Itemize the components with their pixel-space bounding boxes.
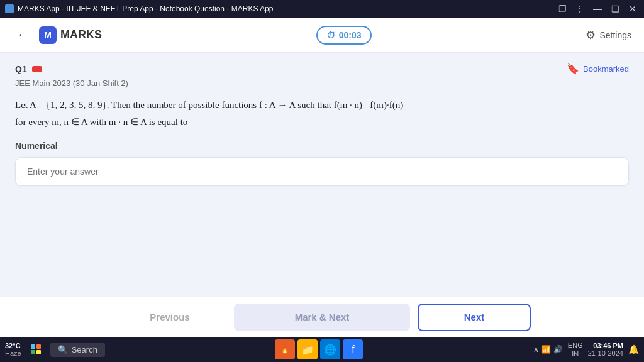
windows-icon [31, 344, 41, 354]
logo-icon: M [39, 26, 57, 44]
bookmark-icon: 🔖 [567, 63, 579, 75]
settings-label: Settings [599, 30, 631, 40]
resize-button[interactable]: ❑ [609, 3, 621, 15]
answer-type-label: Numerical [15, 141, 629, 151]
windows-square-2 [36, 344, 41, 349]
title-bar-left: MARKS App - IIT JEE & NEET Prep App - No… [5, 4, 273, 13]
taskbar-files-app[interactable]: 📁 [297, 339, 318, 359]
settings-button[interactable]: ⚙ Settings [586, 28, 631, 42]
minimize-button[interactable]: — [591, 3, 604, 15]
time-display: 03:46 PM [588, 342, 623, 349]
taskbar-browser-app[interactable]: 🌐 [320, 339, 340, 359]
question-number-row: Q1 [15, 64, 42, 74]
mark-next-button[interactable]: Mark & Next [234, 304, 410, 331]
wifi-icon: 📶 [541, 345, 551, 354]
question-text: Let A = {1, 2, 3, 5, 8, 9}. Then the num… [15, 97, 629, 131]
bookmark-label: Bookmarked [583, 64, 629, 74]
lang-region: IN [568, 349, 583, 358]
timer-display: 00:03 [339, 30, 362, 40]
header-left: ← M MARKS [13, 25, 102, 45]
question-area: Q1 🔖 Bookmarked JEE Main 2023 (30 Jan Sh… [15, 63, 629, 186]
taskbar-left: 32°C Haze 🔍 Search [5, 340, 105, 359]
taskbar-file2-app[interactable]: f [343, 339, 363, 359]
bookmark-button[interactable]: 🔖 Bookmarked [567, 63, 629, 75]
app-icon [5, 4, 14, 13]
volume-icon: 🔊 [553, 345, 563, 354]
title-bar-controls: ❐ ⋮ — ❑ ✕ [556, 3, 639, 15]
search-bar-label: Search [72, 345, 97, 354]
notification-icon[interactable]: 🔔 [628, 344, 639, 354]
main-content: Q1 🔖 Bookmarked JEE Main 2023 (30 Jan Sh… [0, 53, 644, 309]
weather-temp: 32°C [5, 342, 21, 349]
answer-input[interactable] [15, 157, 629, 186]
bottom-navigation: Previous Mark & Next Next [0, 297, 644, 337]
search-icon: 🔍 [58, 345, 68, 354]
question-meta: Q1 🔖 Bookmarked [15, 63, 629, 75]
windows-square-4 [36, 350, 41, 354]
next-button[interactable]: Next [418, 304, 531, 331]
difficulty-indicator [32, 66, 42, 72]
taskbar-right: ∧ 📶 🔊 ENG IN 03:46 PM 21-10-2024 🔔 [533, 341, 639, 359]
windows-square-3 [31, 350, 35, 354]
app-header: ← M MARKS ⏱ 00:03 ⚙ Settings [0, 18, 644, 53]
restore-button[interactable]: ❐ [556, 3, 569, 15]
system-icons: ∧ 📶 🔊 [533, 345, 563, 354]
window-title: MARKS App - IIT JEE & NEET Prep App - No… [18, 4, 273, 13]
question-number: Q1 [15, 64, 27, 74]
previous-button[interactable]: Previous [113, 304, 226, 331]
close-button[interactable]: ✕ [626, 3, 639, 15]
lang-text: ENG [568, 341, 583, 349]
timer-badge: ⏱ 00:03 [316, 26, 372, 45]
windows-square-1 [31, 344, 35, 349]
taskbar-marks-app[interactable]: 🔥 [275, 339, 295, 359]
menu-button[interactable]: ⋮ [574, 3, 586, 15]
weather-description: Haze [5, 349, 21, 357]
logo-text: MARKS [60, 28, 102, 41]
clock-icon: ⏱ [326, 30, 335, 40]
start-button[interactable] [26, 340, 45, 359]
weather-info: 32°C Haze [5, 342, 21, 357]
datetime-display: 03:46 PM 21-10-2024 [588, 342, 623, 357]
question-line2: for every m, n ∈ A with m · n ∈ A is equ… [15, 114, 629, 131]
chevron-up-icon: ∧ [533, 345, 539, 354]
date-display: 21-10-2024 [588, 349, 623, 357]
language-indicator: ENG IN [568, 341, 583, 359]
back-button[interactable]: ← [13, 25, 33, 45]
settings-icon: ⚙ [586, 28, 596, 42]
search-bar[interactable]: 🔍 Search [50, 343, 105, 357]
title-bar: MARKS App - IIT JEE & NEET Prep App - No… [0, 0, 644, 18]
taskbar: 32°C Haze 🔍 Search 🔥 📁 🌐 f ∧ 📶 🔊 [0, 337, 644, 362]
taskbar-center: 🔥 📁 🌐 f [275, 339, 363, 359]
question-line1: Let A = {1, 2, 3, 5, 8, 9}. Then the num… [15, 97, 629, 114]
question-source: JEE Main 2023 (30 Jan Shift 2) [15, 79, 629, 88]
marks-logo: M MARKS [39, 26, 102, 44]
